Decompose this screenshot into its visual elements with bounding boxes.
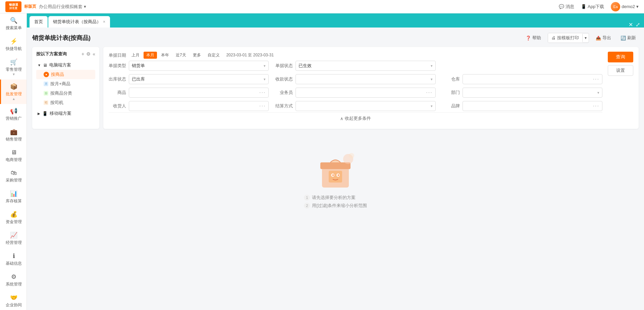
sidebar-item-wholesale[interactable]: 📦 批发管理 ▲	[0, 80, 26, 104]
print-main[interactable]: 🖨 按模板打印	[548, 33, 582, 43]
refresh-icon: 🔄	[621, 36, 626, 41]
date-tab-more[interactable]: 更多	[190, 52, 204, 59]
salesman-input[interactable]: ···	[296, 88, 435, 98]
bill-type-input[interactable]: 销货单 ▾	[129, 61, 269, 71]
side-nav-item-by-category[interactable]: 分 按商品分类	[36, 89, 95, 98]
sidebar-item-system[interactable]: ⚙ 系统管理	[0, 270, 26, 291]
warehouse-input[interactable]: ···	[463, 74, 602, 84]
filter-content: 单据日期 上月 本月 本年 近7天 更多 自定义 2023-03-01 至 20…	[109, 52, 633, 124]
print-arrow[interactable]: ▾	[582, 34, 589, 42]
filter-row-3: 商品 ··· 业务员	[109, 88, 602, 98]
top-nav-right: 💬 消息 📱 App下载 Ea demo2 ▾	[559, 2, 639, 11]
tab-close-all-btn[interactable]: ✕	[629, 22, 633, 28]
tab-bar-actions: ✕ ⤢	[625, 22, 644, 28]
wholesale-icon: 📦	[10, 83, 17, 90]
message-btn[interactable]: 💬 消息	[559, 4, 574, 10]
workspace-selector[interactable]: 办公用品行业模拟账套 ▾	[39, 4, 86, 10]
sidebar-item-purchase[interactable]: 🛍 采购管理	[0, 166, 26, 187]
refresh-btn[interactable]: 🔄 刷新	[618, 34, 639, 42]
warehouse-dots-icon: ···	[593, 76, 599, 82]
receipt-status-input[interactable]: ▾	[296, 74, 435, 84]
filter-row-4: 收货人 ··· 结算方式	[109, 101, 602, 111]
date-tab-this-year[interactable]: 本年	[158, 52, 172, 59]
sidebar-item-search[interactable]: 🔍 搜索菜单	[0, 13, 26, 34]
sidebar-item-collaboration[interactable]: 🤝 企业协同	[0, 291, 26, 310]
user-menu[interactable]: Ea demo2 ▾	[611, 2, 639, 11]
content-area: 首页 销货单统计表（按商品） × ✕ ⤢ 销货单统计表(按商品) ❓ 帮助	[27, 13, 644, 310]
basic-icon: ℹ	[13, 252, 15, 260]
date-range-display: 2023-03-01 至 2023-03-31	[226, 52, 274, 58]
sidebar-item-inventory[interactable]: 📊 库存核算	[0, 187, 26, 207]
empty-state: 1 请先选择要分析的方案 2 用[过滤]条件来缩小分析范围	[32, 129, 639, 229]
empty-illustration	[312, 149, 359, 189]
side-nav-item-by-month-goods[interactable]: 月 按月+商品	[36, 79, 95, 89]
side-nav-title: 按以下方案查询 + ⚙ «	[36, 51, 95, 57]
export-btn[interactable]: 📤 导出	[593, 34, 614, 42]
side-nav-item-by-goods[interactable]: ● 按商品	[36, 70, 95, 79]
empty-svg	[312, 149, 359, 189]
date-tab-7days[interactable]: 近7天	[173, 52, 189, 59]
empty-tips: 1 请先选择要分析的方案 2 用[过滤]条件来缩小分析范围	[304, 195, 367, 209]
date-tab-last-month[interactable]: 上月	[129, 52, 142, 59]
purchase-icon: 🛍	[11, 169, 17, 176]
sidebar-item-finance[interactable]: 💰 资金管理	[0, 207, 26, 228]
settings-btn[interactable]: 设置	[608, 65, 633, 76]
page-actions: ❓ 帮助 🖨 按模板打印 ▾ 📤 导出	[523, 33, 639, 43]
avatar: Ea	[611, 2, 620, 11]
brand-input[interactable]: ···	[463, 101, 602, 111]
sidebar-item-quicknav-label: 快捷导航	[6, 46, 22, 52]
side-nav-item-by-driver[interactable]: 司 按司机	[36, 98, 95, 107]
sidebar-item-operation[interactable]: 📈 经营管理	[0, 228, 26, 249]
brand-label: 品牌	[442, 103, 460, 109]
system-icon: ⚙	[11, 273, 16, 280]
sidebar-item-retail[interactable]: 🛒 零售管理 ▼	[0, 55, 26, 80]
out-status-label: 出库状态	[109, 76, 126, 82]
goods-input[interactable]: ···	[129, 88, 269, 98]
tab-close-btn[interactable]: ×	[103, 19, 105, 24]
page-title-bar: 销货单统计表(按商品) ❓ 帮助 🖨 按模板打印 ▾ 📤	[32, 33, 639, 43]
sidebar-item-ecommerce[interactable]: 🖥 电商管理	[0, 146, 26, 166]
collapse-label: 收起更多条件	[345, 115, 371, 121]
filter-field-goods: 商品 ···	[109, 88, 269, 98]
quicknav-icon: ⚡	[10, 38, 17, 45]
by-category-icon: 分	[44, 91, 48, 96]
date-tab-custom[interactable]: 自定义	[205, 52, 222, 59]
query-btn[interactable]: 查询	[608, 52, 633, 62]
tab-maximize-btn[interactable]: ⤢	[636, 22, 640, 28]
sidebar-item-marketing[interactable]: 📢 营销推广	[0, 104, 26, 125]
side-nav-group-pc-header[interactable]: ▼ 🖥 电脑端方案	[36, 60, 95, 70]
brand-logo: 畅捷通 好生意	[5, 1, 21, 12]
filter-field-brand: 品牌 ···	[442, 101, 602, 111]
app-download-btn[interactable]: 📱 App下载	[581, 4, 604, 10]
out-status-input[interactable]: 已出库 ▾	[129, 74, 269, 84]
sidebar-item-operation-label: 经营管理	[6, 240, 22, 246]
side-nav-collapse-btn[interactable]: «	[93, 51, 95, 57]
export-icon: 📤	[596, 36, 601, 41]
date-tab-this-month[interactable]: 本月	[144, 52, 157, 59]
top-nav-left: 畅捷通 好生意 标版页 办公用品行业模拟账套 ▾	[5, 1, 86, 12]
sidebar: 🔍 搜索菜单 ⚡ 快捷导航 🛒 零售管理 ▼ 📦 批发管理 ▲ 📢 营销推广 💼…	[0, 13, 27, 310]
empty-tip-num-2: 2	[304, 203, 310, 209]
bill-status-arrow-icon: ▾	[431, 64, 433, 68]
bill-type-arrow-icon: ▾	[264, 64, 266, 68]
department-input[interactable]: ▾	[463, 88, 602, 98]
receipt-status-arrow-icon: ▾	[431, 77, 433, 82]
sidebar-item-quicknav[interactable]: ⚡ 快捷导航	[0, 34, 26, 55]
receiver-input[interactable]: ···	[129, 101, 269, 111]
help-icon: ❓	[526, 36, 531, 41]
filter-field-bill-type: 单据类型 销货单 ▾	[109, 61, 269, 71]
bill-status-input[interactable]: 已生效 ▾	[296, 61, 435, 71]
print-btn[interactable]: 🖨 按模板打印 ▾	[548, 33, 589, 43]
help-btn[interactable]: ❓ 帮助	[523, 34, 544, 42]
empty-tip-num-1: 1	[304, 195, 310, 201]
sidebar-item-basic[interactable]: ℹ 基础信息	[0, 249, 26, 270]
sidebar-item-sales[interactable]: 💼 销售管理	[0, 125, 26, 146]
tab-home[interactable]: 首页	[30, 16, 48, 28]
side-nav-add-btn[interactable]: +	[82, 51, 84, 57]
side-nav-group-mobile-header[interactable]: ▶ 📱 移动端方案	[36, 109, 95, 118]
sidebar-item-basic-label: 基础信息	[6, 261, 22, 266]
side-nav-settings-btn[interactable]: ⚙	[86, 51, 91, 57]
payment-input[interactable]: ▾	[296, 101, 435, 111]
collapse-bar[interactable]: ∧ 收起更多条件	[109, 112, 602, 124]
tab-active[interactable]: 销货单统计表（按商品） ×	[48, 16, 110, 28]
